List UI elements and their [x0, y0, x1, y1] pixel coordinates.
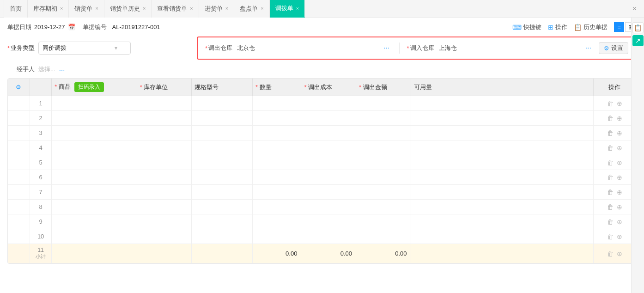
row-num-4: 4 — [30, 140, 51, 155]
product-cell-7[interactable] — [52, 185, 137, 200]
qty-cell-11: 0.00 — [253, 244, 301, 263]
out-warehouse-group: * 调出仓库 北京仓 ··· — [205, 44, 392, 52]
list-view-btn[interactable]: ≡ — [614, 22, 624, 32]
copy-icon-1[interactable]: ⊕ — [617, 100, 622, 107]
copy-icon-3[interactable]: ⊕ — [617, 129, 622, 137]
gear-column-header[interactable]: ⚙ — [8, 79, 30, 96]
close-sales-history[interactable]: × — [143, 6, 146, 11]
grid-icon: ⊞ — [548, 24, 553, 31]
copy-icon-5[interactable]: ⊕ — [617, 159, 622, 166]
scan-input-btn[interactable]: 扫码录入 — [74, 82, 104, 92]
cost-cell-10 — [301, 229, 356, 244]
close-transfer[interactable]: × — [296, 6, 299, 11]
close-purchase-order[interactable]: × — [225, 6, 228, 11]
close-stocktake[interactable]: × — [261, 6, 263, 11]
tab-purchase-order[interactable]: 进货单 × — [199, 0, 234, 18]
cost-cell-9 — [301, 214, 356, 229]
ops-cell-5: 🗑 ⊕ — [593, 155, 636, 170]
product-cell-9[interactable] — [52, 214, 137, 229]
delete-icon-6[interactable]: 🗑 — [607, 174, 614, 181]
unit-cell-6 — [137, 170, 192, 185]
product-cell-11[interactable] — [52, 244, 137, 263]
person-field: 经手人 选择... ··· — [7, 65, 65, 73]
qty-cell-7 — [253, 185, 301, 200]
delete-icon-2[interactable]: 🗑 — [607, 115, 614, 122]
out-warehouse-more[interactable]: ··· — [382, 44, 391, 52]
in-warehouse-value: 上海仓 — [439, 44, 457, 52]
tab-home[interactable]: 首页 — [4, 0, 28, 18]
product-cell-8[interactable] — [52, 200, 137, 214]
tab-inventory-init[interactable]: 库存期初 × — [28, 0, 69, 18]
delete-icon-8[interactable]: 🗑 — [607, 203, 614, 211]
cost-cell-6 — [301, 170, 356, 185]
biz-type-value: 同价调拨 — [43, 44, 67, 52]
person-more-btn[interactable]: ··· — [59, 66, 65, 73]
product-cell-5[interactable] — [52, 155, 137, 170]
product-cell-1[interactable] — [52, 96, 137, 111]
history-btn[interactable]: 📋 历史单据 — [574, 23, 608, 31]
shortcuts-btn[interactable]: ⌨ 快捷键 — [512, 23, 541, 31]
avail-cell-3 — [411, 126, 593, 140]
tab-stocktake[interactable]: 盘点单 × — [234, 0, 269, 18]
spec-cell-5 — [192, 155, 253, 170]
info-bar: 单据日期 2019-12-27 📅 单据编号 AL-20191227-001 ⌨… — [7, 22, 637, 32]
table-row: 8 🗑 ⊕ — [8, 200, 636, 214]
doc-num-value: AL-20191227-001 — [112, 24, 160, 31]
avail-cell-2 — [411, 111, 593, 126]
unit-cell-9 — [137, 214, 192, 229]
biz-type-select[interactable]: 同价调拨 ▾ — [38, 42, 131, 55]
close-all-tabs[interactable]: × — [629, 5, 640, 13]
amount-cell-11: 0.00 — [356, 244, 411, 263]
calendar-icon[interactable]: 📅 — [68, 24, 75, 31]
person-select[interactable]: 选择... — [38, 65, 55, 73]
delete-icon-7[interactable]: 🗑 — [607, 189, 614, 196]
copy-icon-8[interactable]: ⊕ — [617, 203, 622, 211]
delete-icon-5[interactable]: 🗑 — [607, 159, 614, 166]
delete-icon-3[interactable]: 🗑 — [607, 129, 614, 137]
amount-cell-9 — [356, 214, 411, 229]
unit-cell-8 — [137, 200, 192, 214]
close-inventory-init[interactable]: × — [60, 6, 63, 11]
copy-icon-10[interactable]: ⊕ — [617, 233, 622, 240]
delete-icon-10[interactable]: 🗑 — [607, 233, 614, 240]
amount-cell-8 — [356, 200, 411, 214]
in-warehouse-more[interactable]: ··· — [583, 44, 593, 52]
copy-icon-4[interactable]: ⊕ — [617, 144, 622, 152]
biz-type-row: * 业务类型 同价调拨 ▾ * 调出仓库 北京仓 ··· * 调入仓库 上海仓 … — [7, 37, 637, 60]
spec-cell-7 — [192, 185, 253, 200]
copy-icon-9[interactable]: ⊕ — [617, 218, 622, 226]
gear-icon-th[interactable]: ⚙ — [16, 84, 21, 91]
copy-icon-11[interactable]: ⊕ — [617, 250, 622, 257]
product-cell-6[interactable] — [52, 170, 137, 185]
close-sales-order[interactable]: × — [95, 6, 98, 11]
delete-icon-1[interactable]: 🗑 — [607, 100, 614, 107]
tab-view-sales[interactable]: 查看销货单 × — [152, 0, 199, 18]
product-cell-3[interactable] — [52, 126, 137, 140]
setting-button[interactable]: ⚙ 设置 — [599, 42, 628, 54]
copy-icon-7[interactable]: ⊕ — [617, 189, 622, 196]
warehouse-divider — [399, 43, 400, 54]
delete-icon-11[interactable]: 🗑 — [607, 250, 614, 257]
product-column-header: 商品 扫码录入 — [52, 79, 137, 96]
unit-column-header: 库存单位 — [137, 79, 192, 96]
delete-icon-9[interactable]: 🗑 — [607, 218, 614, 226]
no-column-header — [30, 79, 51, 96]
spec-cell-11 — [192, 244, 253, 263]
gear-cell-7 — [8, 185, 30, 200]
operations-btn[interactable]: ⊞ 操作 — [548, 23, 567, 31]
product-cell-10[interactable] — [52, 229, 137, 244]
product-cell-4[interactable] — [52, 140, 137, 155]
close-view-sales[interactable]: × — [190, 6, 193, 11]
copy-icon-6[interactable]: ⊕ — [617, 174, 622, 181]
qty-cell-8 — [253, 200, 301, 214]
delete-icon-4[interactable]: 🗑 — [607, 144, 614, 152]
tab-sales-history[interactable]: 销货单历史 × — [104, 0, 152, 18]
product-cell-2[interactable] — [52, 111, 137, 126]
copy-icon-2[interactable]: ⊕ — [617, 115, 622, 122]
tab-transfer[interactable]: 调拨单 × — [270, 0, 305, 18]
tab-sales-order[interactable]: 销货单 × — [69, 0, 104, 18]
sidebar-expand-icon[interactable]: ↗ — [632, 35, 644, 46]
sidebar-doc-icon[interactable]: 📋 — [632, 22, 644, 33]
cost-cell-8 — [301, 200, 356, 214]
gear-cell-6 — [8, 170, 30, 185]
